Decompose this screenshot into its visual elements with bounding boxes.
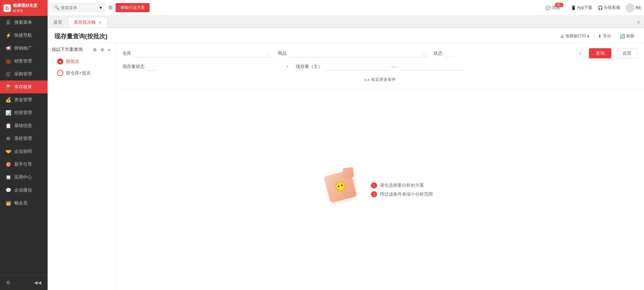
collapse-more-btn[interactable]: ∧∧ 收起更多条件 [122, 75, 637, 85]
print-dropdown-icon: ▾ [587, 34, 589, 39]
sidebar-item-enterprise[interactable]: 🤝 企业协同 [0, 145, 48, 158]
stock-amount-range: — [324, 62, 464, 71]
sidebar-item-member[interactable]: 👑 畅会员 [0, 197, 48, 210]
empty-state: 😶 1 请先选择要分析的方案 2 用过滤条件来缩小分析范围 [116, 90, 644, 290]
sidebar-icon-newbie: 🎯 [5, 162, 12, 167]
sidebar-item-marketing[interactable]: 📢 营销推广 [0, 42, 48, 55]
status-select-wrap [444, 49, 583, 57]
empty-tips: 1 请先选择要分析的方案 2 用过滤条件来缩小分析范围 [371, 182, 433, 197]
company-name: 畅康通好生意 [13, 3, 37, 8]
collapse-panel-btn[interactable]: « [107, 46, 111, 53]
plan-item-batch[interactable]: ● 按批次 [48, 56, 115, 67]
tab-inventory-batch-label: 库存批次账 [74, 19, 96, 25]
content-area: 现存量查询(按批次) 🖨 按模板打印 ▾ ⬆ 导出 🔄 刷新 [48, 28, 644, 290]
settings-footer-btn[interactable]: ⚙ [5, 278, 12, 287]
collapse-sidebar-btn[interactable]: ◀◀ [33, 278, 43, 287]
sidebar-icon-marketing: 📢 [5, 46, 12, 51]
sidebar-item-inventory[interactable]: 📦 库存核算 [0, 80, 48, 93]
goods-suffix[interactable]: … [422, 51, 426, 56]
status-label: 状态 [434, 50, 442, 56]
print-icon: 🖨 [560, 34, 564, 39]
tabs-bar: 首页 库存批次账 ✕ ✕ [48, 16, 644, 28]
tip-text-1: 请先选择要分析的方案 [380, 182, 424, 188]
tab-home[interactable]: 首页 [48, 17, 68, 28]
sidebar-label-inventory: 库存核算 [14, 84, 32, 90]
topbar-right: 💬 消息 99+ 📱 App下载 🎧 在线客服 Rit [546, 3, 641, 12]
left-panel-header-actions: ⊕ ⊛ « [92, 46, 111, 53]
app-logo: b [3, 4, 11, 12]
empty-icon-inner: 😶 [324, 170, 357, 203]
sidebar-item-app-center[interactable]: 🔲 应用中心 [0, 171, 48, 184]
refresh-label: 刷新 [626, 33, 634, 39]
sidebar-label-system: 系统管理 [14, 135, 32, 142]
sidebar-item-wechat[interactable]: 💬 企业微信 [0, 184, 48, 197]
tip-num-2: 2 [371, 191, 377, 197]
goods-input[interactable] [289, 49, 428, 57]
sidebar-item-search[interactable]: ☰ 搜索菜单 [0, 16, 48, 29]
sidebar-item-purchase[interactable]: 🛒 采购管理 [0, 68, 48, 80]
stock-amount-to[interactable] [399, 62, 464, 71]
print-btn[interactable]: 🖨 按模板打印 ▾ [557, 32, 592, 40]
stock-amount-filter: 现存量（主） — [296, 62, 464, 71]
status-filter: 状态 [434, 49, 583, 57]
close-tab-icon[interactable]: ✕ [99, 20, 102, 25]
sidebar-icon-inventory: 📦 [5, 84, 12, 90]
plan-icon-warehouse-batch: ○ [57, 70, 63, 76]
warehouse-suffix[interactable]: … [266, 51, 270, 56]
print-label: 按模板打印 [565, 33, 586, 39]
collapse-arrow-icon: ∧∧ [364, 77, 370, 82]
sidebar-footer: ⚙ ◀◀ [0, 275, 48, 290]
messages-btn[interactable]: 💬 消息 99+ [546, 5, 560, 11]
main-area: 🔍 ▾ ⚙ 体验行业方案 💬 消息 99+ 📱 App下载 🎧 在线客服 [48, 0, 644, 290]
sidebar-item-operations[interactable]: 📊 经营管理 [0, 106, 48, 119]
sidebar-label-wechat: 企业微信 [14, 187, 32, 193]
refresh-btn[interactable]: 🔄 刷新 [617, 32, 637, 40]
topbar-settings-icon[interactable]: ⚙ [108, 4, 113, 11]
close-page-btn[interactable]: ✕ [637, 20, 641, 25]
topbar-search-box[interactable]: 🔍 ▾ [51, 3, 105, 12]
sidebar-item-finance[interactable]: 💰 资金管理 [0, 93, 48, 106]
sidebar-icon-search: ☰ [5, 20, 12, 25]
status-select[interactable] [444, 49, 455, 57]
experience-industry-button[interactable]: 体验行业方案 [116, 3, 150, 12]
dropdown-icon: ▾ [100, 5, 102, 10]
empty-icon-face: 😶 [333, 180, 348, 194]
query-button[interactable]: 查询 [589, 48, 611, 58]
plan-item-warehouse-batch[interactable]: ○ 按仓库+批次 [48, 67, 115, 79]
range-dash: — [392, 64, 396, 69]
settings-button[interactable]: 设置 [617, 48, 637, 58]
sidebar-nav: ☰ 搜索菜单 ⚡ 快捷导航 📢 营销推广 💼 销售管理 🛒 采购管理 📦 库存核… [0, 16, 48, 275]
sidebar-item-quick-nav[interactable]: ⚡ 快捷导航 [0, 29, 48, 42]
sidebar-label-quick-nav: 快捷导航 [14, 32, 32, 38]
export-btn[interactable]: ⬆ 导出 [595, 32, 614, 40]
warehouse-filter: 仓库 … [122, 49, 272, 57]
online-service-btn[interactable]: 🎧 在线客服 [598, 5, 620, 11]
empty-tip-2: 2 用过滤条件来缩小分析范围 [371, 191, 433, 197]
settings-plan-btn[interactable]: ⊛ [100, 46, 105, 53]
add-plan-btn[interactable]: ⊕ [92, 46, 98, 53]
sidebar-label-enterprise: 企业协同 [14, 148, 32, 155]
tab-inventory-batch[interactable]: 库存批次账 ✕ [68, 17, 107, 28]
page-title: 现存量查询(按批次) [54, 32, 107, 40]
sidebar: b 畅康通好生意 标准版 ☰ 搜索菜单 ⚡ 快捷导航 📢 营销推广 💼 销售管理… [0, 0, 48, 290]
empty-tip-1: 1 请先选择要分析的方案 [371, 182, 433, 188]
user-avatar-btn[interactable]: Rit [626, 3, 641, 12]
sidebar-icon-enterprise: 🤝 [5, 149, 12, 154]
app-download-btn[interactable]: 📱 App下载 [571, 5, 592, 11]
plan-icon-batch: ● [57, 58, 63, 65]
search-input[interactable] [61, 5, 98, 10]
sidebar-item-basics[interactable]: 📋 基础信息 [0, 119, 48, 132]
stock-status-select[interactable] [147, 62, 157, 71]
warehouse-label: 仓库 [122, 50, 131, 56]
sidebar-icon-quick-nav: ⚡ [5, 33, 12, 38]
warehouse-input[interactable] [133, 49, 272, 57]
stock-amount-from[interactable] [324, 62, 389, 71]
sidebar-icon-member: 👑 [5, 200, 12, 206]
sidebar-item-system[interactable]: ⚙ 系统管理 [0, 132, 48, 145]
sidebar-label-search: 搜索菜单 [14, 19, 32, 25]
sidebar-item-sales[interactable]: 💼 销售管理 [0, 55, 48, 68]
sidebar-item-newbie[interactable]: 🎯 新手引导 [0, 158, 48, 171]
username-label: Rit [635, 5, 641, 10]
collapse-more-label: 收起更多条件 [371, 77, 396, 83]
filter-area: 仓库 … 商品 … [116, 43, 644, 90]
